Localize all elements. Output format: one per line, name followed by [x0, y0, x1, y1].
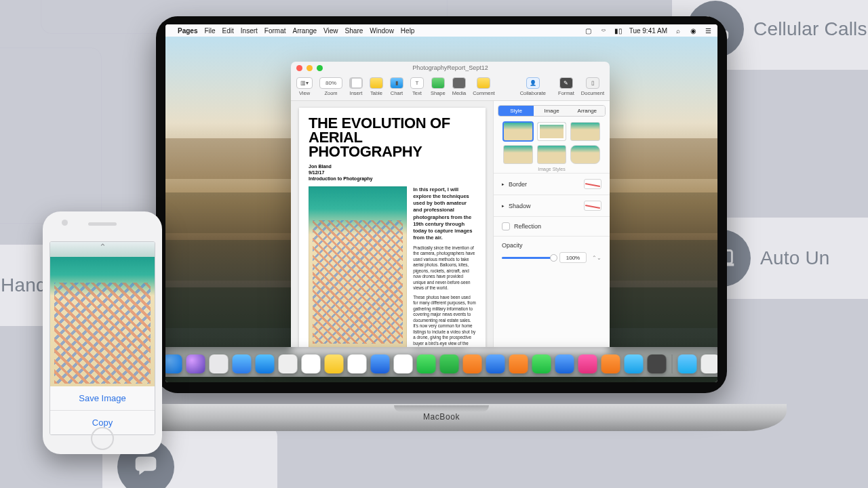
style-swatch[interactable] [537, 122, 567, 141]
dock-app[interactable] [486, 354, 505, 373]
dock-ibooks[interactable] [463, 354, 482, 373]
shadow-swatch[interactable] [584, 201, 601, 211]
siri-menubar-icon[interactable]: ◉ [689, 27, 697, 35]
dock-calendar[interactable] [302, 354, 321, 373]
close-traffic-light[interactable] [296, 65, 302, 71]
toolbar-label: Chart [391, 90, 403, 96]
toolbar-label: Document [581, 90, 604, 96]
style-swatch[interactable] [503, 145, 533, 164]
menu-item[interactable]: Arrange [293, 27, 317, 35]
collaborate-icon[interactable]: 👤 [526, 77, 540, 89]
dock-ibooks2[interactable] [601, 354, 620, 373]
dock-downloads[interactable] [678, 354, 697, 373]
shape-icon[interactable] [431, 77, 445, 89]
inspector-label: Shadow [509, 203, 580, 209]
dock-numbers[interactable] [532, 354, 551, 373]
spotlight-icon[interactable]: ⌕ [674, 27, 682, 35]
home-button[interactable] [91, 427, 114, 450]
toolbar-media[interactable]: Media [452, 77, 466, 96]
dock-notes[interactable] [325, 354, 344, 373]
menu-item[interactable]: Format [264, 27, 286, 35]
toolbar-chart[interactable]: ▮Chart [390, 77, 403, 96]
style-swatch[interactable] [570, 122, 600, 141]
dock-appstore[interactable] [625, 354, 644, 373]
comment-icon[interactable] [477, 77, 490, 89]
app-menu[interactable]: Pages [178, 27, 197, 35]
style-swatch[interactable] [503, 122, 533, 141]
toolbar-table[interactable]: Table [370, 77, 383, 96]
media-icon[interactable] [452, 77, 466, 89]
toolbar-comment[interactable]: Comment [473, 77, 495, 96]
document-date: 9/12/17 [309, 170, 476, 176]
table-icon[interactable] [370, 77, 383, 89]
border-swatch[interactable] [584, 179, 601, 189]
insert-icon[interactable] [349, 77, 363, 89]
dock-messages[interactable] [417, 354, 436, 373]
dock-pages[interactable] [509, 354, 528, 373]
style-swatch[interactable] [570, 145, 600, 164]
menu-item[interactable]: Window [370, 27, 394, 35]
menu-item[interactable]: Edit [222, 27, 234, 35]
dock-photos[interactable] [394, 354, 413, 373]
toolbar-document[interactable]: ▯Document [581, 77, 604, 96]
opacity-slider[interactable] [502, 257, 554, 259]
toolbar-insert[interactable]: Insert [349, 77, 363, 96]
dock-mail[interactable] [256, 354, 275, 373]
menu-item[interactable]: Help [401, 27, 415, 35]
inspector-shadow[interactable]: ▸ Shadow [494, 195, 610, 216]
airplay-icon[interactable]: ▢ [585, 27, 593, 35]
fullscreen-traffic-light[interactable] [317, 65, 323, 71]
menu-item[interactable]: File [204, 27, 215, 35]
toolbar-collaborate[interactable]: 👤Collaborate [520, 77, 546, 96]
stepper-icon[interactable]: ⌃⌄ [592, 255, 601, 261]
tab-arrange[interactable]: Arrange [570, 106, 605, 116]
disclosure-icon[interactable]: ▸ [502, 203, 505, 209]
pages-app-window: PhotographyReport_Sept12 ▥▾ View 80% Zoo… [291, 62, 610, 353]
iphone-preview-image[interactable] [50, 257, 155, 386]
toolbar-shape[interactable]: Shape [431, 77, 446, 96]
notification-center-icon[interactable]: ☰ [704, 27, 712, 35]
tab-style[interactable]: Style [498, 106, 534, 116]
toolbar-format[interactable]: ✎Format [558, 77, 574, 96]
document-image[interactable] [309, 186, 407, 348]
dock-settings[interactable] [648, 354, 667, 373]
inspector-reflection[interactable]: Reflection [494, 216, 610, 236]
menu-item[interactable]: View [323, 27, 338, 35]
tab-image[interactable]: Image [534, 106, 569, 116]
reflection-checkbox[interactable] [502, 222, 510, 230]
iphone-screen: ⌃ Save Image Copy [50, 241, 155, 435]
disclosure-icon[interactable]: ▸ [502, 182, 505, 187]
share-sheet-grab-icon[interactable]: ⌃ [50, 242, 155, 257]
dock-safari[interactable] [233, 354, 252, 373]
document-icon[interactable]: ▯ [586, 77, 599, 89]
chart-icon[interactable]: ▮ [390, 77, 403, 89]
dock-reminders[interactable] [348, 354, 367, 373]
save-image-button[interactable]: Save Image [50, 386, 155, 410]
menu-item[interactable]: Insert [241, 27, 258, 35]
battery-icon[interactable]: ▮▯ [614, 27, 623, 35]
dock-finder[interactable] [165, 354, 182, 373]
zoom-stepper[interactable]: 80% [319, 77, 342, 89]
toolbar-text[interactable]: TText [410, 77, 424, 96]
view-icon[interactable]: ▥▾ [296, 77, 313, 89]
dock-maps[interactable] [371, 354, 390, 373]
minimize-traffic-light[interactable] [307, 65, 313, 71]
toolbar-view[interactable]: ▥▾ View [296, 77, 313, 96]
opacity-value[interactable]: 100% [559, 252, 587, 263]
dock-siri[interactable] [186, 354, 205, 373]
inspector-border[interactable]: ▸ Border [494, 173, 610, 195]
menu-item[interactable]: Share [345, 27, 363, 35]
dock-facetime[interactable] [440, 354, 459, 373]
document-canvas[interactable]: THE EVOLUTION OF AERIAL PHOTOGRAPHY Jon … [291, 101, 493, 353]
dock-itunes[interactable] [578, 354, 597, 373]
text-icon[interactable]: T [410, 77, 424, 89]
dock-trash[interactable] [701, 354, 718, 373]
wifi-icon[interactable]: ⌔ [599, 27, 608, 35]
dock-keynote[interactable] [555, 354, 574, 373]
dock-contacts[interactable] [279, 354, 298, 373]
menubar-clock[interactable]: Tue 9:41 AM [629, 27, 667, 35]
format-icon[interactable]: ✎ [559, 77, 573, 89]
toolbar-zoom[interactable]: 80% Zoom [319, 77, 342, 96]
style-swatch[interactable] [537, 145, 567, 164]
dock-launchpad[interactable] [210, 354, 229, 373]
